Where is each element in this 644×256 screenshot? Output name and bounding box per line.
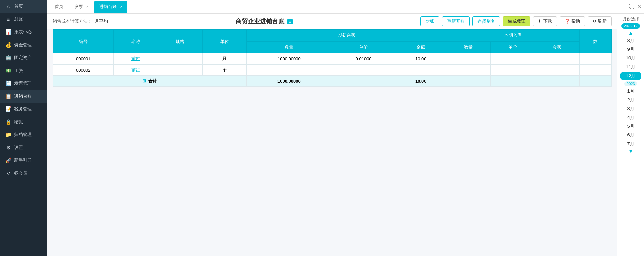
tab-home[interactable]: 首页 (50, 1, 68, 13)
refresh-button[interactable]: ↻ 刷新 (588, 16, 612, 26)
tax-icon: 📝 (5, 106, 11, 112)
month-item-4[interactable]: 4月 (617, 113, 644, 122)
help-button[interactable]: ❓ 帮助 (560, 16, 585, 26)
download-button[interactable]: ⬇ 下载 (533, 16, 557, 26)
col-header-inbound-qty: 数量 (446, 42, 491, 53)
sidebar-item-reports[interactable]: 📊 报表中心 (0, 26, 47, 39)
maximize-button[interactable]: ⛶ (629, 4, 634, 10)
cell-opening-qty (247, 65, 331, 76)
invoice-icon: 🧾 (5, 80, 11, 86)
tab-purchase[interactable]: 进销台账 × (94, 1, 127, 13)
cell-code: 000001 (53, 53, 114, 65)
close-button[interactable]: ✕ (637, 3, 641, 10)
total-inbound-amount (535, 76, 580, 87)
col-header-inbound-price: 单价 (491, 42, 535, 53)
salary-icon: 💵 (5, 68, 11, 74)
help-icon: ❓ (565, 19, 570, 24)
main-area: 首页 发票 × 进销台账 × — ⛶ ✕ 销售成本计算方法： 月平均 商贸企业进… (47, 0, 644, 256)
minimize-button[interactable]: — (621, 4, 626, 10)
col-header-opening-group: 期初余额 (247, 30, 446, 42)
sidebar-item-purchase[interactable]: 📋 进销台账 (0, 90, 47, 103)
cell-unit: 个 (202, 65, 247, 76)
month-item-3[interactable]: 3月 (617, 104, 644, 113)
total-more (579, 76, 611, 87)
cell-inbound-amount (535, 65, 580, 76)
tab-purchase-close[interactable]: × (120, 5, 122, 9)
sidebar-item-label: 固定资产 (14, 55, 32, 61)
window-controls: — ⛶ ✕ (621, 3, 641, 10)
sidebar-item-member[interactable]: V 畅会员 (0, 167, 47, 180)
month-item-11[interactable]: 11月 (617, 62, 644, 71)
month-next-button[interactable]: ▼ (617, 148, 644, 154)
month-item-12[interactable]: 12月 (620, 72, 641, 80)
table-container: 编号 名称 规格 单位 期初余额 本期入库 数 数量 单价 金额 数 (47, 29, 617, 256)
cell-more (579, 53, 611, 65)
sidebar-item-assets[interactable]: 🏢 固定资产 (0, 51, 47, 64)
col-header-inbound-amount: 金额 (535, 42, 580, 53)
cell-spec (158, 53, 202, 65)
sidebar-item-home[interactable]: ⌂ 首页 (0, 0, 47, 13)
month-panel-title: 月份选择 (623, 16, 639, 22)
reopen-button[interactable]: 重新开账 (442, 16, 470, 26)
col-header-name: 名称 (114, 30, 158, 53)
cell-inbound-qty (446, 53, 491, 65)
cell-inbound-price (491, 53, 535, 65)
sidebar-item-archive[interactable]: 📁 归档管理 (0, 128, 47, 141)
total-opening-price (331, 76, 396, 87)
tab-invoice-label: 发票 (74, 4, 83, 10)
table-row: 000002 前缸 个 (53, 65, 612, 76)
month-panel: 月份选择 2022.12 ▲ 8月 9月 10月 11月 12月 2023 1月… (617, 14, 644, 256)
member-icon: V (5, 171, 11, 176)
tab-invoice[interactable]: 发票 × (69, 1, 93, 13)
total-icon: ⊞ (142, 78, 146, 83)
sidebar-item-closing[interactable]: 🔒 结账 (0, 116, 47, 128)
sidebar-item-salary[interactable]: 💵 工资 (0, 64, 47, 77)
sidebar-item-guide[interactable]: 🚀 新手引导 (0, 154, 47, 167)
sidebar-item-label: 报表中心 (14, 29, 32, 35)
cell-opening-price (331, 65, 396, 76)
cell-more (579, 65, 611, 76)
month-item-5[interactable]: 5月 (617, 122, 644, 131)
home-icon: ⌂ (5, 4, 11, 9)
sidebar-item-label: 总账 (14, 16, 23, 22)
year-2023-label: 2023 (624, 81, 637, 86)
purchase-icon: 📋 (5, 93, 11, 99)
duizhang-button[interactable]: 对账 (420, 16, 439, 26)
total-inbound-qty (446, 76, 491, 87)
sidebar-item-label: 结账 (14, 119, 23, 125)
cell-inbound-qty (446, 65, 491, 76)
tab-bar: 首页 发票 × 进销台账 × — ⛶ ✕ (47, 0, 644, 14)
sidebar-item-settings[interactable]: ⚙ 设置 (0, 141, 47, 154)
month-item-8[interactable]: 8月 (617, 36, 644, 45)
sidebar-item-label: 归档管理 (14, 132, 32, 138)
save-alias-button[interactable]: 存货别名 (472, 16, 500, 26)
cell-name: 前缸 (114, 65, 158, 76)
cell-spec (158, 65, 202, 76)
col-header-opening-qty: 数量 (247, 42, 331, 53)
content-area: 销售成本计算方法： 月平均 商贸企业进销台账 目 对账 重新开账 存货别名 生成… (47, 14, 644, 256)
month-item-9[interactable]: 9月 (617, 45, 644, 54)
col-header-inbound-group: 本期入库 (446, 30, 579, 42)
sidebar-item-tax[interactable]: 📝 税务管理 (0, 103, 47, 116)
month-item-2[interactable]: 2月 (617, 96, 644, 104)
col-header-more: 数 (579, 30, 611, 53)
month-prev-button[interactable]: ▲ (617, 30, 644, 36)
sidebar-item-finance[interactable]: 💰 资金管理 (0, 39, 47, 51)
reports-icon: 📊 (5, 29, 11, 35)
sidebar-item-ledger[interactable]: ≡ 总账 (0, 13, 47, 26)
download-icon: ⬇ (538, 19, 542, 24)
month-item-7[interactable]: 7月 (617, 139, 644, 148)
sidebar-item-label: 新手引导 (14, 157, 32, 163)
tab-invoice-close[interactable]: × (86, 5, 88, 9)
sidebar-item-invoice[interactable]: 🧾 发票管理 (0, 77, 47, 90)
col-header-code: 编号 (53, 30, 114, 53)
generate-voucher-button[interactable]: 生成凭证 (503, 16, 530, 26)
cell-unit: 只 (202, 53, 247, 65)
col-header-opening-amount: 金额 (396, 42, 446, 53)
sidebar-item-label: 畅会员 (14, 170, 27, 176)
total-inbound-price (491, 76, 535, 87)
month-item-10[interactable]: 10月 (617, 54, 644, 62)
month-item-1[interactable]: 1月 (617, 87, 644, 96)
year-2022-badge: 2022.12 (621, 23, 640, 29)
month-item-6[interactable]: 6月 (617, 131, 644, 139)
